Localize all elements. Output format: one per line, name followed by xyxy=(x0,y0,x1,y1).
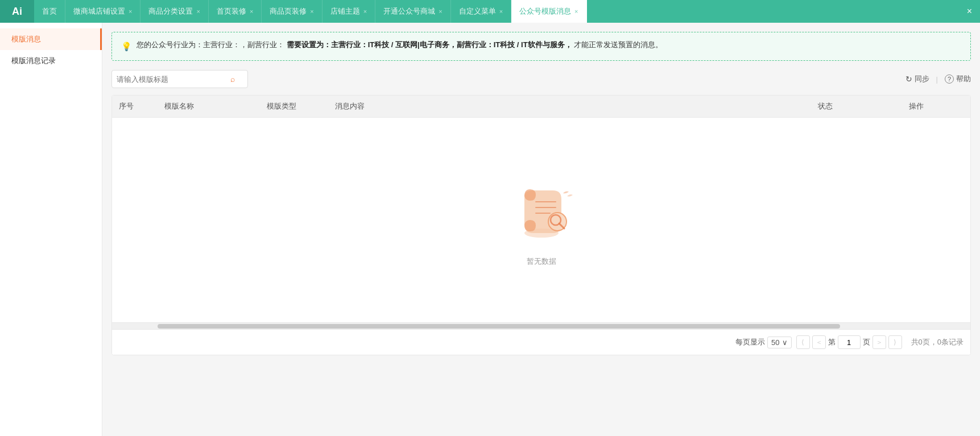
nav-tab-close-weshop[interactable]: × xyxy=(129,8,132,15)
nav-tab-label: 首页装修 xyxy=(217,6,246,16)
table-header-status: 状态 xyxy=(811,95,902,117)
nav-tab-templateMsg[interactable]: 公众号模版消息× xyxy=(511,0,586,23)
empty-illustration xyxy=(507,179,576,247)
horizontal-scrollbar[interactable] xyxy=(112,322,970,329)
close-all-button[interactable]: × xyxy=(959,0,980,23)
nav-tab-label: 商品分类设置 xyxy=(148,6,193,16)
nav-tab-category[interactable]: 商品分类设置× xyxy=(140,0,208,23)
sidebar-item-label: 模版消息 xyxy=(11,34,41,44)
dropdown-arrow-icon: ∨ xyxy=(782,338,788,347)
content-area: 💡 您的公众号行业为：主营行业：，副营行业： 需要设置为：主营行业：IT科技 /… xyxy=(102,23,980,436)
nav-tab-label: 开通公众号商城 xyxy=(383,6,435,16)
page-size-select: 每页显示 50 ∨ xyxy=(735,337,791,348)
help-button[interactable]: ? 帮助 xyxy=(945,74,971,84)
nav-tab-label: 微商城店铺设置 xyxy=(73,6,125,16)
nav-tab-close-theme[interactable]: × xyxy=(363,8,367,15)
help-icon: ? xyxy=(945,74,954,84)
nav-tab-label: 商品页装修 xyxy=(270,6,307,16)
page-input-group: 第 页 xyxy=(828,335,870,349)
table-header-name: 模版名称 xyxy=(158,95,260,117)
sidebar-item-template-record[interactable]: 模版消息记录 xyxy=(0,50,102,72)
nav-tab-weshop[interactable]: 微商城店铺设置× xyxy=(65,0,140,23)
toolbar-divider: | xyxy=(936,75,938,84)
search-box: ⌕ xyxy=(111,70,248,88)
table-header-type: 模版类型 xyxy=(260,95,328,117)
table-header-content: 消息内容 xyxy=(328,95,811,117)
scrollbar-thumb[interactable] xyxy=(158,324,840,329)
nav-tab-close-product[interactable]: × xyxy=(310,8,313,15)
sidebar-item-label: 模版消息记录 xyxy=(11,56,56,66)
nav-tab-custommenu[interactable]: 自定义菜单× xyxy=(451,0,511,23)
nav-tab-label: 店铺主题 xyxy=(330,6,360,16)
nav-tab-label: 首页 xyxy=(42,6,57,16)
sync-icon: ↻ xyxy=(905,74,912,84)
sidebar-item-template[interactable]: 模版消息 xyxy=(0,28,102,50)
page-size-dropdown[interactable]: 50 ∨ xyxy=(767,337,791,348)
nav-tab-close-mall[interactable]: × xyxy=(439,8,442,15)
search-icon[interactable]: ⌕ xyxy=(230,74,235,84)
total-info: 共0页，0条记录 xyxy=(911,337,964,347)
page-number-input[interactable] xyxy=(838,335,861,349)
nav-tab-mall[interactable]: 开通公众号商城× xyxy=(375,0,450,23)
empty-state: 暂无数据 xyxy=(507,156,576,284)
nav-tab-close-custommenu[interactable]: × xyxy=(499,8,503,15)
nav-tab-label: 自定义菜单 xyxy=(459,6,496,16)
page-navigation: ⟨ ＜ 第 页 ＞ ⟩ xyxy=(796,335,902,349)
sidebar: 模版消息模版消息记录 xyxy=(0,23,102,436)
nav-tabs: 首页微商城店铺设置×商品分类设置×首页装修×商品页装修×店铺主题×开通公众号商城… xyxy=(34,0,959,23)
empty-text: 暂无数据 xyxy=(527,256,556,267)
nav-tab-product[interactable]: 商品页装修× xyxy=(262,0,322,23)
prev-page-button[interactable]: ＜ xyxy=(812,335,826,349)
next-page-button[interactable]: ＞ xyxy=(873,335,886,349)
nav-tab-close-templateMsg[interactable]: × xyxy=(574,8,578,15)
nav-tab-close-homepage[interactable]: × xyxy=(250,8,253,15)
first-page-button[interactable]: ⟨ xyxy=(796,335,810,349)
notice-banner: 💡 您的公众号行业为：主营行业：，副营行业： 需要设置为：主营行业：IT科技 /… xyxy=(111,32,971,61)
sync-button[interactable]: ↻ 同步 xyxy=(905,74,929,84)
top-nav-bar: Ai 首页微商城店铺设置×商品分类设置×首页装修×商品页装修×店铺主题×开通公众… xyxy=(0,0,980,23)
table-container: 序号模版名称模版类型消息内容状态操作 xyxy=(111,95,971,355)
toolbar: ⌕ ↻ 同步 | ? 帮助 xyxy=(111,70,971,88)
table-header-action: 操作 xyxy=(902,95,970,117)
nav-tab-homepage[interactable]: 首页装修× xyxy=(209,0,262,23)
nav-tab-theme[interactable]: 店铺主题× xyxy=(322,0,375,23)
app-logo: Ai xyxy=(0,0,34,23)
toolbar-right: ↻ 同步 | ? 帮助 xyxy=(905,74,971,84)
pagination: 每页显示 50 ∨ ⟨ ＜ 第 页 ＞ ⟩ xyxy=(112,329,970,355)
nav-tab-home[interactable]: 首页 xyxy=(34,0,65,23)
last-page-button[interactable]: ⟩ xyxy=(888,335,902,349)
search-input[interactable] xyxy=(117,75,230,84)
table-header-index: 序号 xyxy=(112,95,158,117)
nav-tab-label: 公众号模版消息 xyxy=(519,6,571,16)
table-body: 暂无数据 xyxy=(112,118,970,322)
main-layout: 模版消息模版消息记录 💡 您的公众号行业为：主营行业：，副营行业： 需要设置为：… xyxy=(0,23,980,436)
notice-text: 您的公众号行业为：主营行业：，副营行业： 需要设置为：主营行业：IT科技 / 互… xyxy=(137,39,663,51)
table-header: 序号模版名称模版类型消息内容状态操作 xyxy=(112,95,970,118)
nav-tab-close-category[interactable]: × xyxy=(196,8,200,15)
notice-icon: 💡 xyxy=(121,40,132,53)
